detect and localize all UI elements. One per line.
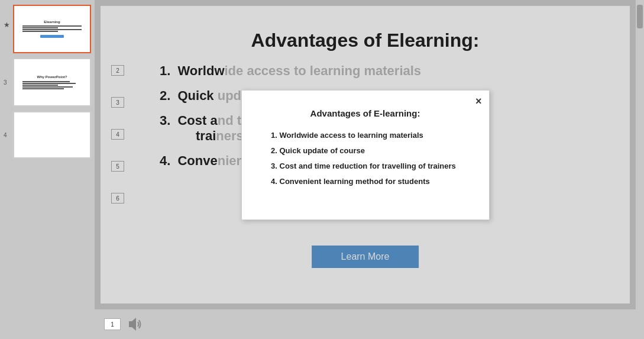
slide-panel: ★ Elearning 3 Why PowerPoint? <box>0 0 95 339</box>
svg-marker-0 <box>129 318 136 331</box>
slide-thumbnail-3[interactable] <box>13 111 91 159</box>
speaker-icon <box>127 315 145 334</box>
slide-thumbnail-2[interactable]: Why PowerPoint? <box>13 58 91 106</box>
main-area: Advantages of Elearning: 2 3 4 5 6 1. Wo… <box>95 0 636 339</box>
scrollbar-thumb[interactable] <box>637 5 643 28</box>
modal-title: Advantages of E-learning: <box>266 108 465 118</box>
slide-thumb-content-2: Why PowerPoint? <box>17 62 88 103</box>
slide-star-label: ★ <box>4 21 12 29</box>
modal-list-item-4: Convenient learning method for students <box>280 176 465 187</box>
slide-canvas: Advantages of Elearning: 2 3 4 5 6 1. Wo… <box>101 6 630 304</box>
right-scrollbar[interactable] <box>636 0 644 339</box>
bottom-bar: 1 <box>95 309 636 339</box>
thumb-line <box>22 81 70 82</box>
modal-close-button[interactable]: × <box>475 95 482 108</box>
thumb-title-2: Why PowerPoint? <box>37 75 67 79</box>
slide-num-side-4: 4 <box>4 132 12 138</box>
thumb-line <box>22 86 73 88</box>
modal-dialog: × Advantages of E-learning: Worldwide ac… <box>241 90 490 220</box>
thumb-title-1: Elearning <box>44 20 60 24</box>
thumb-line <box>22 31 58 32</box>
thumb-line <box>22 25 82 27</box>
slide-thumb-content-1: Elearning <box>17 8 88 50</box>
modal-list-item-2: Quick update of course <box>280 146 465 156</box>
thumb-line <box>22 27 58 28</box>
thumb-lines-2 <box>22 80 82 90</box>
thumb-line <box>22 88 64 89</box>
thumb-line <box>22 85 58 86</box>
speaker-icon-wrap <box>127 315 145 334</box>
page-indicator: 1 <box>104 318 121 330</box>
thumb-lines-1 <box>22 25 82 33</box>
modal-list: Worldwide access to learning materials Q… <box>266 130 465 188</box>
modal-list-item-1: Worldwide access to learning materials <box>280 130 465 141</box>
thumb-button <box>40 35 64 38</box>
thumb-line <box>22 83 76 84</box>
modal-overlay: × Advantages of E-learning: Worldwide ac… <box>101 6 630 304</box>
modal-list-item-3: Cost and time reduction for travelling o… <box>280 161 465 172</box>
thumb-line <box>22 29 82 30</box>
slide-num-side-3: 3 <box>4 79 12 86</box>
slide-thumbnail-1[interactable]: Elearning <box>13 5 91 53</box>
